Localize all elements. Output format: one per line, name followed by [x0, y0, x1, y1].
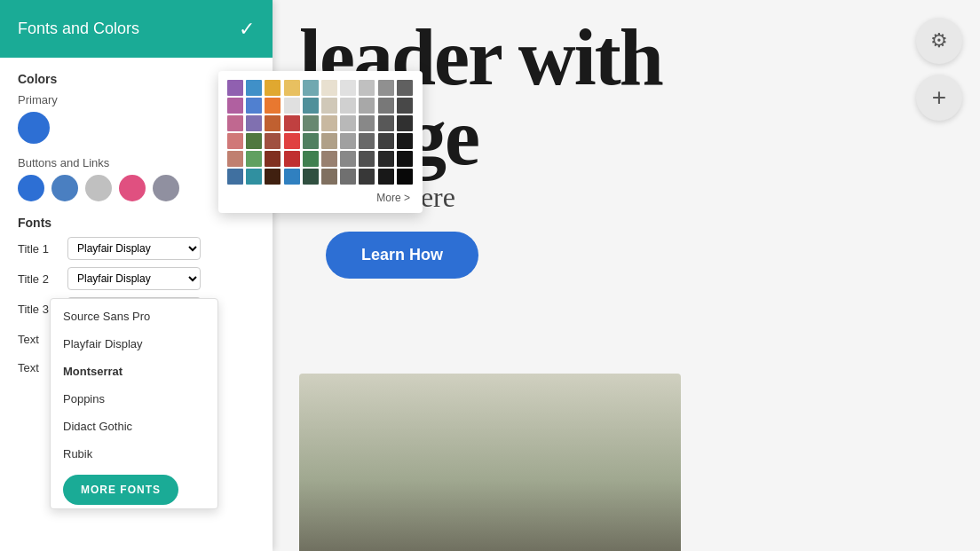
color-cell[interactable] — [359, 98, 375, 114]
color-cell[interactable] — [246, 151, 262, 167]
color-cell[interactable] — [340, 133, 356, 149]
color-cell[interactable] — [359, 169, 375, 185]
sidebar-header: Fonts and Colors ✓ — [0, 0, 273, 58]
color-cell[interactable] — [265, 98, 281, 114]
swatch-gray[interactable] — [85, 175, 112, 201]
gear-icon: ⚙ — [930, 29, 948, 52]
preview-image-inner — [299, 374, 681, 551]
color-cell[interactable] — [303, 115, 319, 131]
color-picker-popup: More > — [218, 71, 423, 213]
color-cell[interactable] — [227, 133, 243, 149]
color-cell[interactable] — [378, 115, 394, 131]
color-cell[interactable] — [246, 169, 262, 185]
color-cell[interactable] — [340, 151, 356, 167]
color-cell[interactable] — [303, 80, 319, 96]
color-cell[interactable] — [227, 115, 243, 131]
fonts-section-label: Fonts — [18, 216, 255, 230]
dropdown-item-playfair[interactable]: Playfair Display — [51, 330, 217, 358]
color-cell[interactable] — [284, 80, 300, 96]
more-colors-link[interactable]: More > — [227, 192, 414, 204]
color-cell[interactable] — [284, 169, 300, 185]
color-cell[interactable] — [227, 80, 243, 96]
font-row-title1: Title 1 Playfair Display Montserrat Sour… — [18, 237, 255, 260]
color-cell[interactable] — [246, 115, 262, 131]
color-cell[interactable] — [246, 133, 262, 149]
title2-font-select[interactable]: Playfair Display Montserrat Source Sans … — [67, 267, 201, 290]
color-cell[interactable] — [265, 169, 281, 185]
color-cell[interactable] — [227, 169, 243, 185]
color-cell[interactable] — [284, 133, 300, 149]
swatch-pink[interactable] — [119, 175, 146, 201]
title1-font-select[interactable]: Playfair Display Montserrat Source Sans … — [67, 237, 201, 260]
dropdown-item-source-sans[interactable]: Source Sans Pro — [51, 303, 217, 330]
color-cell[interactable] — [284, 115, 300, 131]
learn-how-button[interactable]: Learn How — [326, 232, 478, 279]
color-cell[interactable] — [397, 80, 413, 96]
color-cell[interactable] — [397, 151, 413, 167]
dropdown-item-didact[interactable]: Didact Gothic — [51, 413, 217, 440]
color-cell[interactable] — [340, 98, 356, 114]
font-dropdown: Source Sans Pro Playfair Display Montser… — [50, 298, 218, 509]
color-cell[interactable] — [359, 115, 375, 131]
color-cell[interactable] — [321, 169, 337, 185]
color-cell[interactable] — [321, 151, 337, 167]
dropdown-item-montserrat[interactable]: Montserrat — [51, 358, 217, 385]
more-fonts-button[interactable]: MORE FONTS — [63, 475, 178, 505]
color-cell[interactable] — [284, 98, 300, 114]
color-cell[interactable] — [246, 80, 262, 96]
swatch-purple-gray[interactable] — [153, 175, 179, 201]
color-cell[interactable] — [265, 115, 281, 131]
dropdown-item-rubik[interactable]: Rubik — [51, 440, 217, 468]
color-cell[interactable] — [265, 151, 281, 167]
color-cell[interactable] — [359, 133, 375, 149]
color-grid — [227, 80, 414, 185]
plus-icon: + — [932, 83, 946, 112]
color-cell[interactable] — [340, 169, 356, 185]
color-cell[interactable] — [265, 133, 281, 149]
color-cell[interactable] — [378, 151, 394, 167]
color-cell[interactable] — [303, 98, 319, 114]
color-cell[interactable] — [359, 80, 375, 96]
color-cell[interactable] — [303, 151, 319, 167]
color-cell[interactable] — [227, 151, 243, 167]
gear-button[interactable]: ⚙ — [916, 18, 962, 64]
title2-label: Title 2 — [18, 272, 60, 286]
color-cell[interactable] — [303, 133, 319, 149]
font-row-title2: Title 2 Playfair Display Montserrat Sour… — [18, 267, 255, 290]
color-cell[interactable] — [378, 133, 394, 149]
color-cell[interactable] — [246, 98, 262, 114]
swatch-blue-mid[interactable] — [51, 175, 78, 201]
color-cell[interactable] — [321, 98, 337, 114]
swatch-blue-dark[interactable] — [18, 175, 44, 201]
dropdown-item-poppins[interactable]: Poppins — [51, 385, 217, 413]
color-cell[interactable] — [321, 115, 337, 131]
plus-button[interactable]: + — [916, 75, 962, 121]
color-cell[interactable] — [397, 169, 413, 185]
color-cell[interactable] — [397, 98, 413, 114]
color-cell[interactable] — [378, 98, 394, 114]
color-cell[interactable] — [227, 98, 243, 114]
confirm-icon[interactable]: ✓ — [239, 18, 255, 41]
color-cell[interactable] — [340, 80, 356, 96]
color-cell[interactable] — [359, 151, 375, 167]
title1-label: Title 1 — [18, 242, 60, 256]
color-cell[interactable] — [303, 169, 319, 185]
color-cell[interactable] — [321, 133, 337, 149]
color-cell[interactable] — [397, 133, 413, 149]
color-cell[interactable] — [378, 80, 394, 96]
color-cell[interactable] — [265, 80, 281, 96]
color-cell[interactable] — [397, 115, 413, 131]
color-cell[interactable] — [284, 151, 300, 167]
preview-image — [299, 374, 681, 551]
color-cell[interactable] — [340, 115, 356, 131]
sidebar-title: Fonts and Colors — [18, 20, 139, 38]
primary-color-swatch[interactable] — [18, 112, 50, 144]
color-cell[interactable] — [378, 169, 394, 185]
color-cell[interactable] — [321, 80, 337, 96]
